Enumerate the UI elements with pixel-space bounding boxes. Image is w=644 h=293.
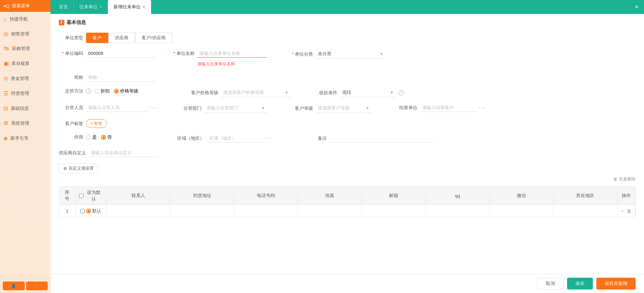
- fax-input[interactable]: [301, 209, 358, 214]
- unit-code-label: 单位编码: [59, 50, 83, 57]
- unit-code-input[interactable]: [86, 49, 156, 58]
- supplier-custom-input[interactable]: [89, 149, 158, 157]
- cell-email[interactable]: [362, 205, 425, 217]
- tab-partners-close[interactable]: ×: [100, 5, 102, 9]
- cell-qq[interactable]: [426, 205, 490, 217]
- region-input[interactable]: [207, 134, 263, 143]
- manager-more-icon[interactable]: ···: [151, 105, 158, 111]
- pricing-radio-level[interactable]: 价格等级: [114, 88, 138, 94]
- manager-input[interactable]: [86, 104, 149, 112]
- custom-settings-button[interactable]: ⚙ 自定义项设置: [59, 163, 98, 173]
- region-more-icon[interactable]: ···: [266, 135, 272, 141]
- customer-price-select[interactable]: 请选择客户价格等级 ▼: [221, 88, 291, 97]
- disable-group: 停用 是 否: [59, 134, 177, 140]
- customer-level-select[interactable]: 请选择客户等级 ▼: [316, 104, 371, 113]
- table-row: 1 默认: [59, 205, 635, 217]
- disable-yes-radio-circle: [86, 135, 91, 140]
- page-content: F 基本信息 单位类型 客户 供应商 客户/供应商 单位编码 单位名称: [50, 14, 644, 274]
- discount-radio-circle: [94, 89, 99, 93]
- add-tag-button[interactable]: + 标签: [86, 119, 107, 128]
- batch-delete-area[interactable]: 🗑 批量删除: [59, 176, 636, 182]
- tab-new-partner-close[interactable]: ×: [143, 5, 145, 9]
- section-basic-info: F 基本信息: [59, 19, 636, 26]
- sidebar-btn2[interactable]: ⋯: [26, 282, 48, 290]
- pricing-method-group: 定价方法 ? 折扣 价格等级: [59, 88, 191, 94]
- col-actions: 操作: [617, 187, 635, 205]
- disable-radio-yes[interactable]: 是: [86, 134, 97, 140]
- sidebar-item-purchase[interactable]: 🛍 采购管理: [0, 41, 50, 56]
- cell-region[interactable]: [553, 205, 617, 217]
- select-all-checkbox[interactable]: [79, 194, 84, 198]
- cell-contact[interactable]: [106, 205, 170, 217]
- payment-help-icon[interactable]: ?: [399, 90, 404, 96]
- email-input[interactable]: [366, 209, 422, 214]
- col-qq: qq: [426, 187, 490, 205]
- cancel-button[interactable]: 取消: [537, 278, 564, 290]
- pricing-help-icon[interactable]: ?: [86, 88, 92, 94]
- type-btn-customer[interactable]: 客户: [86, 33, 108, 43]
- search-icon: ≡Q: [3, 3, 10, 9]
- row-default-radio-circle: [86, 209, 91, 213]
- payment-chevron-icon: ▼: [390, 90, 394, 95]
- sidebar-item-quick-nav[interactable]: ⌂ 快捷导航: [0, 12, 50, 26]
- add-row-button[interactable]: +: [621, 208, 624, 214]
- unit-name-group: 单位名称 请输入往来单位名称: [170, 49, 289, 67]
- wechat-input[interactable]: [493, 209, 550, 214]
- remark-input[interactable]: [330, 134, 434, 143]
- gear-small-icon: ⚙: [63, 166, 67, 171]
- tab-new-partner[interactable]: 新增往来单位 ×: [108, 0, 151, 14]
- tag-group: 客户标签 + 标签: [59, 119, 636, 128]
- cell-fax[interactable]: [298, 205, 362, 217]
- customer-level-group: 客户等级 请选择客户等级 ▼: [289, 104, 393, 113]
- sidebar-item-inventory[interactable]: ▣ 库存核算: [0, 56, 50, 71]
- disable-radio-no[interactable]: 否: [101, 134, 112, 140]
- sidebar-btn1[interactable]: 👤: [3, 282, 25, 290]
- save-button[interactable]: 保存: [567, 278, 593, 290]
- contact-input[interactable]: [110, 209, 166, 214]
- payment-select[interactable]: 现结 ▼: [340, 88, 396, 97]
- sidebar-item-basic[interactable]: ⊟ 基础信息: [0, 101, 50, 116]
- unit-category-select[interactable]: 未分类 ▼: [316, 49, 385, 59]
- type-btn-both[interactable]: 客户/供应商: [135, 33, 172, 43]
- sidebar: ≡Q 搜索菜单 ⌂ 快捷导航 ◎ 销售管理 🛍 采购管理 ▣ 库存核算 ⊙ 资金…: [0, 0, 50, 293]
- close-all-tabs[interactable]: ×: [632, 3, 641, 11]
- abbr-input[interactable]: [86, 73, 156, 82]
- pricing-radio-discount[interactable]: 折扣: [94, 88, 110, 94]
- abbr-label: 简称: [59, 74, 83, 81]
- search-menu[interactable]: ≡Q 搜索菜单: [0, 0, 50, 12]
- qq-input[interactable]: [429, 209, 486, 214]
- sidebar-item-finance[interactable]: ⊙ 资金管理: [0, 71, 50, 86]
- tab-partners[interactable]: 往来单位 ×: [74, 0, 108, 14]
- tab-home[interactable]: 首页: [53, 0, 74, 14]
- action-bar: 取消 保存 保存并新增: [50, 274, 644, 293]
- dept-select[interactable]: 请输入分管部门 ▼: [204, 104, 267, 113]
- phone-input[interactable]: [238, 209, 294, 214]
- delete-row-button[interactable]: 🗑: [627, 208, 631, 214]
- settle-unit-more-icon[interactable]: ···: [479, 105, 485, 111]
- sidebar-item-operations[interactable]: ☰ 经营管理: [0, 86, 50, 101]
- address-input[interactable]: [174, 209, 230, 214]
- trash-icon: 🗑: [613, 177, 618, 182]
- sidebar-item-sales[interactable]: ◎ 销售管理: [0, 26, 50, 41]
- home-icon: ⌂: [3, 16, 7, 22]
- sidebar-item-system[interactable]: ⚙ 系统管理: [0, 116, 50, 131]
- chart-icon: ◎: [3, 31, 8, 37]
- payment-group: 收款条件 现结 ▼ ?: [313, 88, 636, 97]
- save-new-button[interactable]: 保存并新增: [596, 278, 636, 290]
- supplier-custom-row: 供应商自定义: [59, 149, 636, 157]
- cell-phone[interactable]: [234, 205, 298, 217]
- disable-no-radio-circle: [101, 135, 106, 140]
- row-region-input[interactable]: [557, 209, 613, 214]
- pricing-radio-group: 折扣 价格等级: [94, 88, 138, 94]
- unit-name-input[interactable]: [197, 49, 267, 58]
- row-checkbox[interactable]: [80, 209, 85, 213]
- unit-code-group: 单位编码: [59, 49, 170, 58]
- main-area: 首页 往来单位 × 新增往来单位 × × F 基本信息 单位类型 客户 供应商: [50, 0, 644, 293]
- settle-unit-input[interactable]: [420, 104, 476, 112]
- type-btn-supplier[interactable]: 供应商: [108, 33, 135, 43]
- cell-address[interactable]: [170, 205, 234, 217]
- sidebar-item-guide[interactable]: ◈ 新手引导: [0, 131, 50, 146]
- row-default-radio[interactable]: 默认: [86, 208, 101, 214]
- box-icon: ▣: [3, 60, 9, 67]
- cell-wechat[interactable]: [489, 205, 553, 217]
